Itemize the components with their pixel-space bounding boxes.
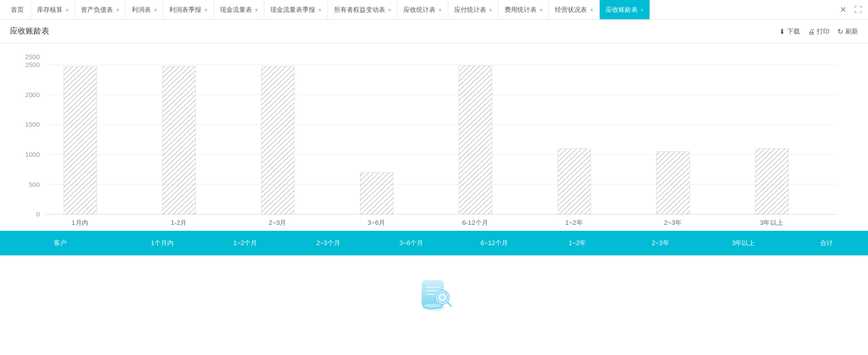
svg-text:2500: 2500 [25, 61, 40, 69]
th-2-3month: 2~3个月 [287, 239, 369, 248]
print-button[interactable]: 🖨 打印 [808, 27, 830, 36]
tab-close-ap-stat[interactable]: × [489, 7, 492, 13]
tab-inventory[interactable]: 库存核算 × [31, 0, 75, 20]
svg-text:500: 500 [29, 181, 39, 188]
chart-area: 0 500 1000 1500 2000 2500 2500 2500 [0, 43, 868, 231]
svg-text:2000: 2000 [25, 91, 40, 99]
bar-6-12月 [459, 66, 492, 214]
svg-text:2~3年: 2~3年 [664, 219, 682, 226]
bar-chart: 0 500 1000 1500 2000 2500 2500 2500 [10, 53, 848, 226]
bar-3年以上 [756, 148, 789, 214]
svg-line-33 [447, 302, 451, 306]
th-3year-plus: 3年以上 [702, 239, 785, 248]
tab-profit-quarter[interactable]: 利润表季报 × [163, 0, 214, 20]
tab-expense-stat[interactable]: 费用统计表 × [499, 0, 549, 20]
th-1month: 1个月内 [121, 239, 204, 248]
svg-text:1-2月: 1-2月 [171, 219, 187, 226]
tab-balance[interactable]: 资产负债表 × [75, 0, 125, 20]
svg-text:2500: 2500 [25, 53, 40, 61]
bar-1月内 [64, 67, 97, 214]
svg-text:1月内: 1月内 [72, 219, 88, 226]
bar-1-2年 [558, 148, 591, 214]
th-1-2year: 1~2年 [536, 239, 618, 248]
empty-state-icon [412, 270, 456, 315]
tab-close-cashflow[interactable]: × [255, 7, 258, 13]
svg-text:1~2年: 1~2年 [565, 219, 583, 226]
main-content: 0 500 1000 1500 2000 2500 2500 2500 [0, 43, 868, 355]
table-header: 客户 1个月内 1~2个月 2~3个月 3~6个月 6~12个月 1~2年 2~… [0, 231, 868, 255]
tab-close-equity[interactable]: × [388, 7, 391, 13]
download-button[interactable]: ⬇ 下载 [779, 27, 800, 36]
th-customer: 客户 [0, 239, 121, 248]
page-header: 应收账龄表 ⬇ 下载 🖨 打印 ↻ 刷新 [0, 20, 868, 43]
window-close-button[interactable]: ✕ [838, 3, 848, 16]
print-icon: 🖨 [808, 28, 815, 36]
th-total: 合计 [785, 239, 868, 248]
tab-close-profit[interactable]: × [154, 7, 157, 13]
bar-3-6月 [360, 173, 393, 214]
page-actions: ⬇ 下载 🖨 打印 ↻ 刷新 [779, 27, 858, 36]
tab-cashflow[interactable]: 现金流量表 × [214, 0, 264, 20]
svg-point-27 [424, 304, 441, 308]
refresh-button[interactable]: ↻ 刷新 [837, 27, 858, 36]
window-actions: ✕ ⛶ [838, 3, 864, 16]
tab-close-ar-stat[interactable]: × [438, 7, 441, 13]
svg-text:1500: 1500 [25, 121, 40, 129]
svg-text:0: 0 [36, 211, 39, 218]
tab-close-cashflow-quarter[interactable]: × [318, 7, 321, 13]
tab-ap-stat[interactable]: 应付统计表 × [448, 0, 499, 20]
tab-close-profit-quarter[interactable]: × [204, 7, 207, 13]
tab-close-expense-stat[interactable]: × [540, 7, 542, 13]
tab-profit[interactable]: 利润表 × [126, 0, 163, 20]
tab-ar-aging[interactable]: 应收账龄表 × [600, 0, 650, 20]
th-1-2month: 1~2个月 [204, 239, 287, 248]
page-title: 应收账龄表 [10, 26, 49, 36]
tab-equity[interactable]: 所有者权益变动表 × [328, 0, 398, 20]
tab-close-inventory[interactable]: × [66, 7, 69, 13]
window-maximize-button[interactable]: ⛶ [852, 3, 864, 16]
svg-text:1000: 1000 [25, 151, 40, 158]
tab-ar-stat[interactable]: 应收统计表 × [398, 0, 448, 20]
bar-2-3年 [656, 151, 689, 214]
tab-operation[interactable]: 经营状况表 × [549, 0, 599, 20]
tab-home[interactable]: 首页 [4, 0, 31, 20]
empty-state [0, 255, 868, 334]
bar-1-2月 [163, 67, 196, 214]
th-2-3year: 2~3年 [619, 239, 702, 248]
tab-close-operation[interactable]: × [590, 7, 593, 13]
tab-close-ar-aging[interactable]: × [641, 7, 644, 13]
bar-2-3月 [261, 67, 294, 214]
tab-cashflow-quarter[interactable]: 现金流量表季报 × [264, 0, 327, 20]
svg-text:2~3月: 2~3月 [269, 219, 287, 226]
svg-text:3年以上: 3年以上 [760, 219, 783, 226]
download-icon: ⬇ [779, 28, 785, 36]
tab-bar: 首页 库存核算 × 资产负债表 × 利润表 × 利润表季报 × 现金流量表 × … [0, 0, 868, 20]
tab-close-balance[interactable]: × [116, 7, 119, 13]
refresh-icon: ↻ [837, 28, 843, 36]
th-3-6month: 3~6个月 [370, 239, 453, 248]
svg-text:3~6月: 3~6月 [367, 219, 385, 226]
svg-text:6-12个月: 6-12个月 [462, 219, 488, 226]
th-6-12month: 6~12个月 [453, 239, 536, 248]
